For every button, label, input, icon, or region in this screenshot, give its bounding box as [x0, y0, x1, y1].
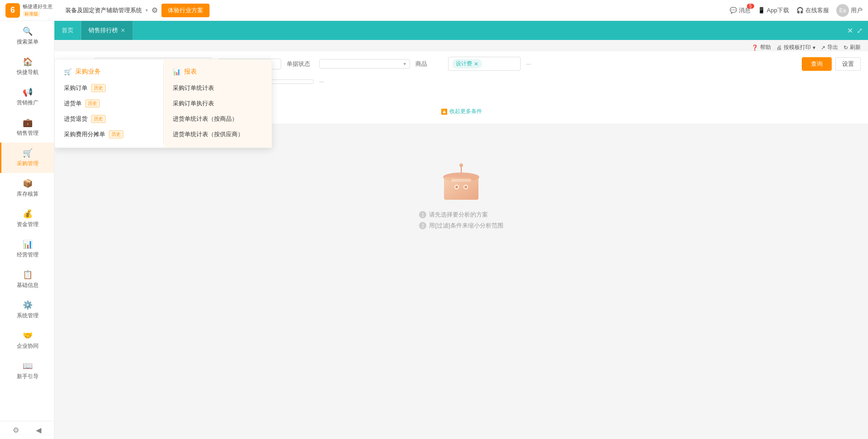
sidebar: 🔍 搜索菜单 🏠 快捷导航 📢 营销推广 💼 销售管理 🛒 采购管理 📦 库存核…: [0, 21, 54, 439]
history-tag: 历史: [109, 130, 123, 138]
report-section-header: 📊 报表: [164, 65, 272, 80]
sidebar-item-label: 新手引导: [17, 373, 39, 380]
report-section-icon: 📊: [173, 68, 180, 75]
tab-home[interactable]: 首页: [54, 21, 81, 40]
sidebar-item-search[interactable]: 🔍 搜索菜单: [0, 21, 54, 51]
purchase-menu: 🛒 采购业务 采购订单 历史 进货单 历史 进货退货: [54, 59, 272, 148]
briefcase-icon: 💼: [23, 118, 33, 128]
logo-icon: 6: [5, 3, 20, 18]
chart-icon: 📊: [23, 239, 33, 249]
avatar: Ea: [836, 4, 849, 17]
sidebar-item-label: 营销推广: [17, 99, 39, 107]
purchase-section-icon: 🛒: [64, 68, 72, 75]
print-btn[interactable]: 🖨 按模板打印 ▾: [776, 44, 815, 51]
sidebar-item-finance[interactable]: 💰 资金管理: [0, 203, 54, 234]
page-content: ❓ 帮助 🖨 按模板打印 ▾ ↗ 导出 ↻ 刷新: [54, 40, 868, 439]
nav-dropdown-icon[interactable]: ▾: [146, 8, 148, 13]
sidebar-item-label: 搜索菜单: [17, 38, 39, 46]
menu-item-purchase-order[interactable]: 采购订单 历史: [55, 80, 163, 96]
logo-tag: 标准版: [23, 11, 40, 17]
export-btn[interactable]: ↗ 导出: [821, 44, 838, 51]
phone-icon: 📱: [758, 7, 765, 14]
nav-settings-icon[interactable]: ⚙: [151, 6, 158, 15]
online-service-btn[interactable]: 🎧 在线客服: [796, 6, 829, 15]
sidebar-item-label: 采购管理: [17, 160, 39, 168]
menu-item-purchase-order-stats[interactable]: 采购订单统计表: [164, 80, 272, 96]
sidebar-item-label: 库存核算: [17, 190, 39, 198]
dropdown-overlay: 🛒 采购业务 采购订单 历史 进货单 历史 进货退货: [54, 59, 868, 439]
sidebar-item-basic-info[interactable]: 📋 基础信息: [0, 264, 54, 295]
help-btn[interactable]: ❓ 帮助: [751, 44, 771, 51]
headset-icon: 🎧: [796, 7, 804, 14]
sidebar-item-label: 经营管理: [17, 251, 39, 259]
print-dropdown-icon[interactable]: ▾: [813, 44, 815, 51]
logo-name: 畅捷通好生意: [23, 3, 53, 10]
tab-close-window-btn[interactable]: ✕: [847, 26, 853, 35]
menu-item-purchase-cost[interactable]: 采购费用分摊单 历史: [55, 127, 163, 142]
sidebar-item-guide[interactable]: 📖 新手引导: [0, 355, 54, 386]
book-icon: 📖: [23, 361, 33, 371]
message-icon: 💬: [730, 7, 737, 14]
sidebar-item-shortcut[interactable]: 🏠 快捷导航: [0, 51, 54, 82]
sidebar-item-sales[interactable]: 💼 销售管理: [0, 112, 54, 143]
print-icon: 🖨: [776, 44, 782, 51]
sidebar-item-inventory[interactable]: 📦 库存核算: [0, 173, 54, 203]
message-badge: 5: [747, 4, 754, 9]
sidebar-item-label: 企业协同: [17, 342, 39, 350]
report-section: 📊 报表 采购订单统计表 采购订单执行表 进货单统计表（按商品）: [164, 59, 272, 148]
top-header: 6 畅捷通好生意 标准版 装备及固定资产辅助管理系统 ▾ ⚙ 体验行业方案 💬 …: [0, 0, 868, 21]
menu-item-inbound-stats-supplier[interactable]: 进货单统计表（按供应商）: [164, 127, 272, 142]
sidebar-bottom: ⚙ ◀: [0, 421, 54, 439]
megaphone-icon: 📢: [23, 87, 33, 97]
menu-item-purchase-order-exec[interactable]: 采购订单执行表: [164, 96, 272, 111]
menu-item-inbound-stats-goods[interactable]: 进货单统计表（按商品）: [164, 111, 272, 127]
header-nav: 装备及固定资产辅助管理系统 ▾ ⚙ 体验行业方案: [60, 4, 730, 17]
tab-sales-ranking[interactable]: 销售排行榜 ✕: [81, 21, 133, 40]
message-btn[interactable]: 💬 消息 5: [730, 6, 751, 15]
toolbar-row: ❓ 帮助 🖨 按模板打印 ▾ ↗ 导出 ↻ 刷新: [54, 40, 868, 51]
history-tag: 历史: [91, 84, 106, 92]
refresh-btn[interactable]: ↻ 刷新: [844, 44, 861, 51]
sidebar-item-label: 销售管理: [17, 129, 39, 137]
tab-home-label: 首页: [62, 26, 73, 35]
main-layout: 🔍 搜索菜单 🏠 快捷导航 📢 营销推广 💼 销售管理 🛒 采购管理 📦 库存核…: [0, 21, 868, 439]
sidebar-item-system[interactable]: ⚙️ 系统管理: [0, 295, 54, 325]
home-icon: 🏠: [23, 57, 33, 67]
sidebar-item-purchase[interactable]: 🛒 采购管理: [0, 143, 54, 173]
gear-icon: ⚙️: [23, 300, 33, 310]
nav-title: 装备及固定资产辅助管理系统: [65, 6, 142, 15]
collapse-sidebar-btn[interactable]: ◀: [36, 426, 41, 434]
tab-bar-right: ✕ ⤢: [847, 26, 868, 35]
history-tag: 历史: [85, 99, 100, 108]
menu-item-inbound[interactable]: 进货单 历史: [55, 96, 163, 111]
menu-item-inbound-return[interactable]: 进货退货 历史: [55, 111, 163, 127]
box-icon: 📦: [23, 178, 33, 188]
cart-icon: 🛒: [23, 148, 33, 158]
logo-area: 6 畅捷通好生意 标准版: [5, 3, 60, 18]
industry-btn[interactable]: 体验行业方案: [161, 4, 210, 17]
tab-sales-ranking-label: 销售排行榜: [88, 26, 118, 35]
clipboard-icon: 📋: [23, 270, 33, 280]
app-download-btn[interactable]: 📱 App下载: [758, 6, 789, 15]
user-area[interactable]: Ea 用户: [836, 4, 863, 17]
search-icon: 🔍: [23, 26, 33, 36]
sidebar-item-marketing[interactable]: 📢 营销推广: [0, 82, 54, 112]
tab-bar: 首页 销售排行榜 ✕ ✕ ⤢: [54, 21, 868, 40]
sidebar-item-label: 基础信息: [17, 281, 39, 289]
header-right: 💬 消息 5 📱 App下载 🎧 在线客服 Ea 用户: [730, 4, 863, 17]
sidebar-item-enterprise[interactable]: 🤝 企业协同: [0, 325, 54, 355]
tab-maximize-btn[interactable]: ⤢: [857, 26, 863, 35]
purchase-business-section: 🛒 采购业务 采购订单 历史 进货单 历史 进货退货: [55, 59, 163, 148]
sidebar-item-label: 快捷导航: [17, 69, 39, 76]
tab-close-icon[interactable]: ✕: [121, 27, 125, 34]
refresh-icon: ↻: [844, 44, 848, 51]
handshake-icon: 🤝: [23, 330, 33, 340]
export-icon: ↗: [821, 44, 825, 51]
settings-btn[interactable]: ⚙: [13, 426, 19, 434]
history-tag: 历史: [91, 115, 106, 123]
content-area: 首页 销售排行榜 ✕ ✕ ⤢ ❓ 帮助 🖨 按模板打印: [54, 21, 868, 439]
sidebar-item-operations[interactable]: 📊 经营管理: [0, 234, 54, 264]
sidebar-item-label: 资金管理: [17, 221, 39, 228]
purchase-section-header: 🛒 采购业务: [55, 65, 163, 80]
help-icon: ❓: [751, 44, 758, 51]
